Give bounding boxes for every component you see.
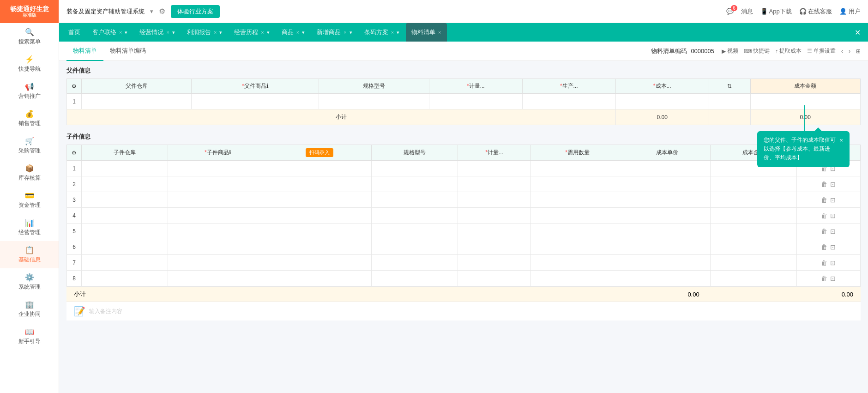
child-row-2-scan[interactable] xyxy=(268,176,371,192)
child-row-3-warehouse[interactable] xyxy=(82,192,168,208)
grid-view-icon[interactable]: ⊞ xyxy=(856,48,861,54)
delete-row-4-icon[interactable]: 🗑 xyxy=(821,212,827,219)
child-row-7-unit[interactable] xyxy=(458,255,531,271)
nav-next-icon[interactable]: › xyxy=(849,48,850,54)
child-row-2-unit[interactable] xyxy=(458,176,531,192)
child-row-1-unit[interactable] xyxy=(458,161,531,176)
sidebar-item-system[interactable]: ⚙️ 系统管理 xyxy=(0,268,59,296)
close-customer-icon[interactable]: × xyxy=(119,30,122,35)
view-btn[interactable]: ▶ 视频 xyxy=(722,47,738,55)
single-settings-btn[interactable]: ☰ 单据设置 xyxy=(807,47,836,55)
child-row-5-warehouse[interactable] xyxy=(82,224,168,239)
sub-nav-bom[interactable]: 物料清单 xyxy=(66,42,103,61)
tooltip-close-btn[interactable]: × xyxy=(839,136,843,145)
tab-operations[interactable]: 经营情况×▾ xyxy=(134,23,180,42)
child-row-6-warehouse[interactable] xyxy=(82,239,168,255)
parent-row-1-spec[interactable] xyxy=(319,94,429,109)
add-note-icon[interactable]: 📝 xyxy=(74,306,85,317)
child-row-5-scan[interactable] xyxy=(268,224,371,239)
child-row-7-unit-price[interactable] xyxy=(624,255,710,271)
child-row-6-product[interactable] xyxy=(168,239,268,255)
dropdown-arrow-icon[interactable]: ▾ xyxy=(150,8,153,15)
sub-nav-bom-code[interactable]: 物料清单编码 xyxy=(103,42,152,61)
child-row-4-product[interactable] xyxy=(168,208,268,224)
sidebar-item-basic-info[interactable]: 📋 基础信息 xyxy=(0,241,59,268)
child-row-8-scan[interactable] xyxy=(268,271,371,286)
child-row-1-qty[interactable] xyxy=(531,161,624,176)
parent-row-1-production[interactable] xyxy=(522,94,615,109)
tab-bom[interactable]: 物料清单× xyxy=(406,23,446,42)
close-history-icon[interactable]: × xyxy=(261,30,264,35)
child-row-5-unit[interactable] xyxy=(458,224,531,239)
parent-row-1-warehouse[interactable] xyxy=(82,94,192,109)
child-row-1-warehouse[interactable] xyxy=(82,161,168,176)
sidebar-item-operations[interactable]: 📊 经营管理 xyxy=(0,214,59,241)
copy-row-4-icon[interactable]: ⊡ xyxy=(830,212,836,219)
sidebar-item-inventory[interactable]: 📦 库存核算 xyxy=(0,159,59,187)
child-row-4-warehouse[interactable] xyxy=(82,208,168,224)
sidebar-item-search[interactable]: 🔍 搜索菜单 xyxy=(0,23,59,50)
gear-icon[interactable]: ⚙ xyxy=(159,7,165,16)
child-row-1-scan[interactable] xyxy=(268,161,371,176)
sidebar-item-guide[interactable]: 📖 新手引导 xyxy=(0,323,59,350)
tab-customer[interactable]: 客户联络×▾ xyxy=(87,23,133,42)
copy-row-6-icon[interactable]: ⊡ xyxy=(830,243,836,251)
tab-barcode[interactable]: 条码方案×▾ xyxy=(359,23,405,42)
child-row-3-unit-price[interactable] xyxy=(624,192,710,208)
parent-row-1-cost[interactable] xyxy=(615,94,709,109)
child-row-3-scan[interactable] xyxy=(268,192,371,208)
scan-btn[interactable]: 扫码录入 xyxy=(306,148,333,157)
child-row-5-spec[interactable] xyxy=(371,224,458,239)
online-service-btn[interactable]: 🎧 在线客服 xyxy=(799,7,832,16)
close-operations-icon[interactable]: × xyxy=(166,30,169,35)
sidebar-item-enterprise[interactable]: 🏢 企业协同 xyxy=(0,296,59,323)
child-row-5-product[interactable] xyxy=(168,224,268,239)
sidebar-item-quick-nav[interactable]: ⚡ 快捷导航 xyxy=(0,50,59,78)
copy-row-7-icon[interactable]: ⊡ xyxy=(830,259,836,266)
close-all-tabs-icon[interactable]: ✕ xyxy=(851,28,864,37)
child-row-2-qty[interactable] xyxy=(531,176,624,192)
child-row-2-warehouse[interactable] xyxy=(82,176,168,192)
child-row-4-scan[interactable] xyxy=(268,208,371,224)
child-row-7-qty[interactable] xyxy=(531,255,624,271)
child-row-7-spec[interactable] xyxy=(371,255,458,271)
child-row-5-qty[interactable] xyxy=(531,224,624,239)
delete-row-8-icon[interactable]: 🗑 xyxy=(821,275,827,282)
child-row-4-unit-price[interactable] xyxy=(624,208,710,224)
sidebar-item-sales[interactable]: 💰 销售管理 xyxy=(0,105,59,132)
messages-label[interactable]: 消息 xyxy=(741,7,753,16)
child-row-8-spec[interactable] xyxy=(371,271,458,286)
child-row-8-product[interactable] xyxy=(168,271,268,286)
sidebar-item-purchase[interactable]: 🛒 采购管理 xyxy=(0,132,59,159)
child-row-7-scan[interactable] xyxy=(268,255,371,271)
sidebar-item-finance[interactable]: 💳 资金管理 xyxy=(0,187,59,214)
messages-btn[interactable]: 💬 6 xyxy=(726,8,734,15)
sidebar-item-marketing[interactable]: 📢 营销推广 xyxy=(0,78,59,105)
child-row-3-unit[interactable] xyxy=(458,192,531,208)
tab-goods[interactable]: 商品×▾ xyxy=(276,23,310,42)
close-barcode-icon[interactable]: × xyxy=(391,30,394,35)
delete-row-3-icon[interactable]: 🗑 xyxy=(821,196,827,204)
child-row-1-unit-price[interactable] xyxy=(624,161,710,176)
close-new-goods-icon[interactable]: × xyxy=(344,30,346,35)
child-row-8-unit-price[interactable] xyxy=(624,271,710,286)
child-row-6-spec[interactable] xyxy=(371,239,458,255)
child-row-4-spec[interactable] xyxy=(371,208,458,224)
delete-row-2-icon[interactable]: 🗑 xyxy=(821,181,827,188)
copy-row-5-icon[interactable]: ⊡ xyxy=(830,228,836,235)
close-bom-icon[interactable]: × xyxy=(438,30,441,35)
child-row-3-product[interactable] xyxy=(168,192,268,208)
delete-row-5-icon[interactable]: 🗑 xyxy=(821,228,827,235)
child-row-3-qty[interactable] xyxy=(531,192,624,208)
child-row-4-qty[interactable] xyxy=(531,208,624,224)
child-row-7-warehouse[interactable] xyxy=(82,255,168,271)
tab-home[interactable]: 首页 xyxy=(63,23,86,42)
child-row-1-spec[interactable] xyxy=(371,161,458,176)
child-row-7-product[interactable] xyxy=(168,255,268,271)
child-row-3-spec[interactable] xyxy=(371,192,458,208)
child-row-6-qty[interactable] xyxy=(531,239,624,255)
close-profit-icon[interactable]: × xyxy=(214,30,217,35)
app-download-btn[interactable]: 📱 App下载 xyxy=(760,7,792,16)
copy-row-8-icon[interactable]: ⊡ xyxy=(830,275,836,282)
tab-new-goods[interactable]: 新增商品×▾ xyxy=(311,23,357,42)
